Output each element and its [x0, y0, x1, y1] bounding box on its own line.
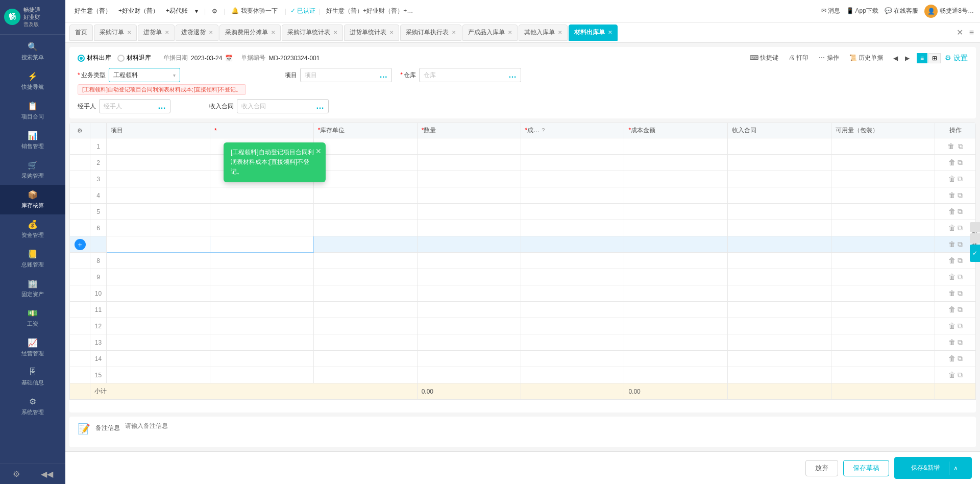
close-tab-purchase-exec[interactable]: ✕ — [452, 30, 456, 35]
tab-home[interactable]: 首页 — [69, 25, 93, 41]
row-cost-amount-1[interactable] — [624, 138, 728, 155]
copy-row-13[interactable]: ⧉ — [958, 338, 963, 346]
row-item-5[interactable] — [210, 204, 313, 220]
sidebar-item-search[interactable]: 🔍 搜索菜单 — [0, 37, 65, 66]
row-project-15[interactable] — [107, 367, 210, 383]
row-cost-amount-4[interactable] — [624, 187, 728, 204]
toplink-easy-agent[interactable]: +易代账 — [163, 5, 191, 17]
copy-row-3[interactable]: ⧉ — [958, 175, 963, 183]
close-tab-purchase-fee[interactable]: ✕ — [271, 30, 275, 35]
view-grid-btn[interactable]: ⊞ — [928, 53, 941, 63]
view-list-btn[interactable]: ≡ — [917, 53, 927, 63]
calendar-icon[interactable]: 📅 — [225, 55, 233, 62]
row-item-8[interactable] — [210, 253, 313, 269]
delete-row-9[interactable]: 🗑 — [948, 273, 955, 281]
row-item-9[interactable] — [210, 269, 313, 285]
sidebar-item-inventory[interactable]: 📦 库存核算 — [0, 185, 65, 214]
tab-goods-in-return[interactable]: 进货退货 ✕ — [176, 25, 218, 41]
row-item-12[interactable] — [210, 318, 313, 334]
online-service-btn[interactable]: 💬 在线客服 — [885, 7, 918, 15]
close-tab-other-in[interactable]: ✕ — [558, 30, 562, 35]
row-cost-amount-15[interactable] — [624, 367, 728, 383]
history-btn[interactable]: 📜 历史单据 — [846, 52, 886, 64]
row-qty-1[interactable] — [417, 138, 521, 155]
sidebar-settings-btn[interactable]: ⚙ — [13, 469, 20, 479]
row-income-contract-8[interactable] — [728, 253, 831, 269]
row-unit-4[interactable] — [313, 187, 417, 204]
warehouse-input[interactable]: 仓库 … — [419, 68, 521, 82]
row-project-4[interactable] — [107, 187, 210, 204]
row-available-qty-2[interactable] — [831, 155, 935, 171]
row-project-14[interactable] — [107, 351, 210, 367]
row-income-contract-4[interactable] — [728, 187, 831, 204]
row-qty-10[interactable] — [417, 285, 521, 302]
delete-row-10[interactable]: 🗑 — [948, 289, 955, 297]
discard-button[interactable]: 放弃 — [805, 460, 838, 476]
row-cost-13[interactable] — [521, 334, 624, 351]
row-cost-amount-12[interactable] — [624, 318, 728, 334]
row-available-qty-15[interactable] — [831, 367, 935, 383]
tab-purchase-order[interactable]: 采购订单 ✕ — [94, 25, 137, 41]
row-cost-10[interactable] — [521, 285, 624, 302]
sidebar-item-quicknav[interactable]: ⚡ 快捷导航 — [0, 66, 65, 96]
row-unit-9[interactable] — [313, 269, 417, 285]
close-tab-material-out[interactable]: ✕ — [608, 30, 612, 35]
sidebar-item-sales[interactable]: 📊 销售管理 — [0, 126, 65, 155]
close-tab-goods-in[interactable]: ✕ — [165, 30, 169, 35]
biz-type-dropdown-arrow[interactable]: ▾ — [173, 72, 176, 78]
row-available-qty-13[interactable] — [831, 334, 935, 351]
row-income-contract-7[interactable] — [728, 236, 831, 253]
copy-row-12[interactable]: ⧉ — [958, 322, 963, 330]
row-available-qty-4[interactable] — [831, 187, 935, 204]
row-cost-amount-5[interactable] — [624, 204, 728, 220]
row-item-11[interactable] — [210, 302, 313, 318]
row-item-4[interactable] — [210, 187, 313, 204]
person-more-btn[interactable]: … — [158, 102, 166, 111]
income-contract-more-btn[interactable]: … — [316, 102, 324, 111]
row-qty-9[interactable] — [417, 269, 521, 285]
sidebar-item-system[interactable]: ⚙ 系统管理 — [0, 392, 65, 421]
row-unit-10[interactable] — [313, 285, 417, 302]
row-cost-8[interactable] — [521, 253, 624, 269]
row-income-contract-5[interactable] — [728, 204, 831, 220]
delete-row-12[interactable]: 🗑 — [948, 322, 955, 330]
toplink-good-wealth[interactable]: +好业财（普） — [115, 5, 162, 17]
print-btn[interactable]: 🖨 打印 — [786, 52, 812, 64]
row-income-contract-15[interactable] — [728, 367, 831, 383]
next-btn[interactable]: ▶ — [902, 53, 913, 63]
row-cost-amount-14[interactable] — [624, 351, 728, 367]
delete-row-11[interactable]: 🗑 — [948, 305, 955, 313]
row-available-qty-1[interactable] — [831, 138, 935, 155]
delete-row-3[interactable]: 🗑 — [948, 175, 955, 183]
row-available-qty-11[interactable] — [831, 302, 935, 318]
income-contract-input[interactable]: 收入合同 … — [237, 99, 329, 113]
copy-row-10[interactable]: ⧉ — [958, 289, 963, 297]
row-qty-15[interactable] — [417, 367, 521, 383]
sidebar-item-project[interactable]: 📋 项目合同 — [0, 96, 65, 126]
sidebar-item-basic[interactable]: 🗄 基础信息 — [0, 362, 65, 392]
experience-btn[interactable]: 🔔 我要体验一下 — [228, 5, 280, 17]
sidebar-item-purchase[interactable]: 🛒 采购管理 — [0, 155, 65, 185]
radio-material-return[interactable]: 材料退库 — [117, 54, 151, 62]
row-qty-11[interactable] — [417, 302, 521, 318]
row-project-10[interactable] — [107, 285, 210, 302]
copy-row-6[interactable]: ⧉ — [958, 224, 963, 232]
row-project-13[interactable] — [107, 334, 210, 351]
delete-row-8[interactable]: 🗑 — [948, 256, 955, 264]
person-input[interactable]: 经手人 … — [99, 99, 170, 113]
close-tab-product-in[interactable]: ✕ — [508, 30, 512, 35]
biz-type-input[interactable]: 工程领料 ▾ — [109, 68, 180, 82]
row-qty-2[interactable] — [417, 155, 521, 171]
sidebar-item-accounting[interactable]: 📒 总账管理 — [0, 244, 65, 274]
copy-row-14[interactable]: ⧉ — [958, 354, 963, 362]
tab-purchase-fee[interactable]: 采购费用分摊单 ✕ — [219, 25, 281, 41]
row-available-qty-14[interactable] — [831, 351, 935, 367]
page-settings-btn[interactable]: ⚙ 设置 — [945, 54, 968, 63]
delete-row-4[interactable]: 🗑 — [948, 191, 955, 199]
sidebar-collapse-btn[interactable]: ◀◀ — [41, 469, 53, 479]
copy-row-11[interactable]: ⧉ — [958, 305, 963, 313]
row-cost-amount-11[interactable] — [624, 302, 728, 318]
sidebar-item-assets[interactable]: 🏢 固定资产 — [0, 274, 65, 303]
copy-row-5[interactable]: ⧉ — [958, 207, 963, 215]
green-tooltip-close-btn[interactable]: ✕ — [315, 146, 322, 157]
